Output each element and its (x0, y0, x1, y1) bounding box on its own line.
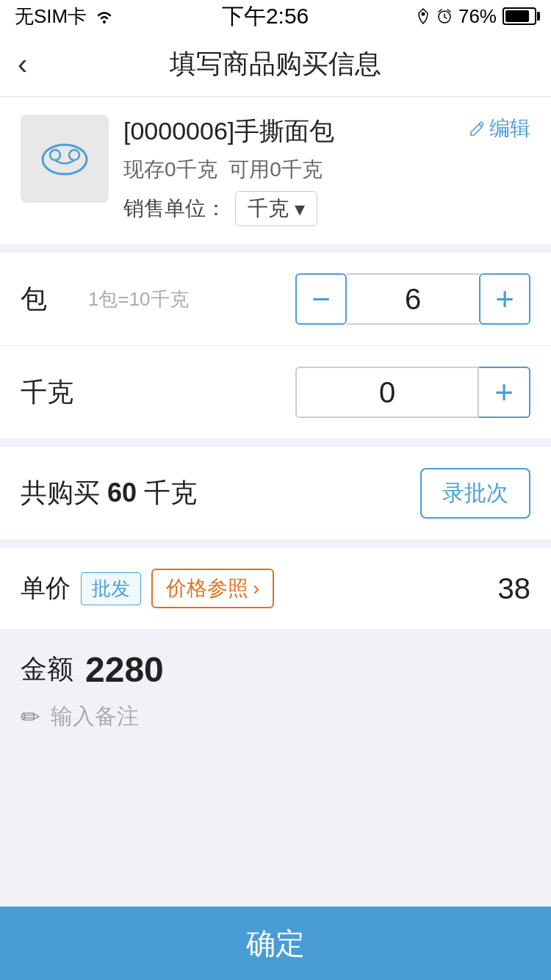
status-right: 76% (416, 5, 536, 28)
edit-icon (469, 120, 485, 137)
edit-button[interactable]: 编辑 (469, 115, 530, 143)
nav-bar: ‹ 填写商品购买信息 (0, 32, 551, 97)
confirm-button[interactable]: 确定 (246, 923, 305, 964)
summary-text: 共购买 60 千克 (21, 475, 420, 511)
svg-point-0 (103, 21, 106, 24)
package-decrement-button[interactable]: − (295, 273, 347, 325)
product-card: [0000006]手撕面包 现存0千克 可用0千克 销售单位： 千克 ▾ 编辑 (0, 97, 551, 244)
price-ref-chevron: › (253, 577, 259, 600)
svg-point-4 (50, 150, 60, 160)
product-stock: 现存0千克 可用0千克 (123, 156, 530, 184)
pencil-icon: ✏ (21, 703, 40, 731)
price-value: 38 (498, 572, 531, 605)
price-section: 单价 批发 价格参照 › 38 (0, 548, 551, 629)
remark-row[interactable]: ✏ 输入备注 (21, 702, 530, 746)
package-section: 包 1包=10千克 − + 千克 + (0, 253, 551, 439)
summary-row: 共购买 60 千克 录批次 (0, 447, 551, 539)
summary-amount: 60 (107, 478, 144, 508)
price-badge: 批发 (81, 572, 141, 605)
battery-icon (503, 7, 536, 25)
kilogram-increment-button[interactable]: + (479, 367, 530, 418)
package-qty-input[interactable] (347, 273, 479, 325)
price-row: 单价 批发 价格参照 › 38 (21, 569, 530, 608)
svg-point-3 (43, 145, 87, 174)
status-left: 无SIM卡 (15, 4, 115, 29)
package-increment-button[interactable]: + (479, 273, 530, 325)
batch-button[interactable]: 录批次 (420, 468, 530, 519)
kilogram-label: 千克 (21, 375, 79, 411)
alarm-icon (436, 8, 453, 24)
location-icon (416, 7, 431, 25)
footer[interactable]: 确定 (0, 907, 551, 980)
kilogram-qty-control: + (295, 367, 530, 418)
status-time: 下午2:56 (222, 1, 309, 32)
product-logo (39, 139, 90, 179)
amount-value: 2280 (85, 649, 164, 690)
unit-selector[interactable]: 千克 ▾ (235, 191, 317, 226)
status-bar: 无SIM卡 下午2:56 76% (0, 0, 551, 32)
package-row: 包 1包=10千克 − + (0, 253, 551, 346)
package-qty-control: − + (295, 273, 530, 325)
chevron-down-icon: ▾ (295, 197, 305, 221)
remark-placeholder: 输入备注 (51, 702, 139, 732)
battery-percent: 76% (458, 5, 497, 28)
price-label: 单价 (21, 572, 71, 605)
kilogram-row: 千克 + (0, 346, 551, 439)
amount-section: 金额 2280 ✏ 输入备注 (0, 629, 551, 746)
amount-label: 金额 (21, 652, 73, 688)
amount-row: 金额 2280 (21, 649, 530, 690)
back-button[interactable]: ‹ (18, 48, 27, 81)
wifi-icon (94, 8, 115, 24)
kilogram-qty-input[interactable] (295, 367, 479, 418)
package-hint: 1包=10千克 (88, 287, 295, 312)
svg-point-5 (69, 150, 79, 160)
page-title: 填写商品购买信息 (170, 46, 381, 82)
product-unit-row: 销售单位： 千克 ▾ (123, 191, 530, 226)
product-image (21, 115, 109, 203)
carrier-text: 无SIM卡 (15, 4, 87, 29)
package-label: 包 (21, 281, 79, 317)
price-ref-button[interactable]: 价格参照 › (151, 569, 274, 608)
svg-point-1 (421, 12, 425, 16)
